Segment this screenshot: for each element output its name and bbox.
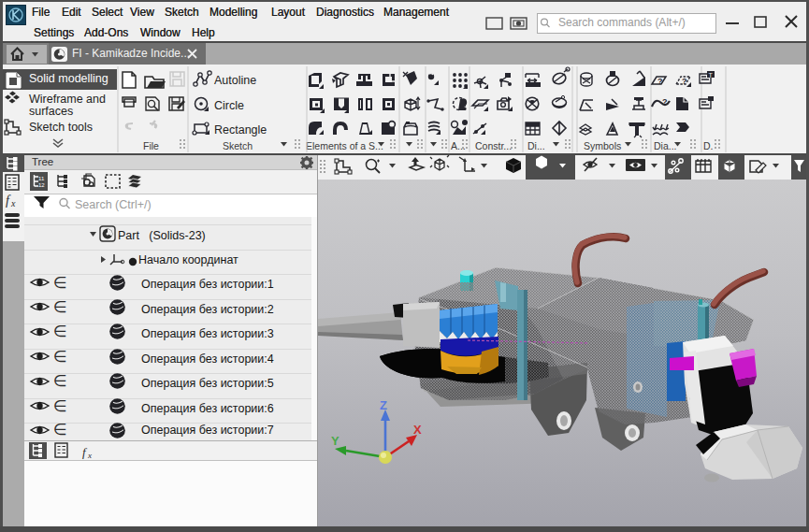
svg-text:?: ?	[662, 97, 668, 107]
svg-text:∈: ∈	[53, 397, 67, 415]
svg-text:11: 11	[38, 176, 45, 181]
svg-text:∈: ∈	[53, 274, 67, 292]
svg-text:?: ?	[682, 77, 687, 86]
svg-text:?: ?	[657, 77, 663, 86]
svg-text:∈: ∈	[53, 323, 67, 340]
svg-text:x: x	[87, 451, 92, 460]
svg-text:12: 12	[38, 182, 45, 188]
svg-text:∈: ∈	[53, 372, 67, 390]
svg-text:∈: ∈	[53, 348, 67, 366]
svg-text:T: T	[709, 72, 714, 79]
svg-text:x: x	[10, 198, 16, 208]
svg-text:∈: ∈	[53, 298, 67, 316]
svg-text:∈: ∈	[53, 421, 67, 439]
